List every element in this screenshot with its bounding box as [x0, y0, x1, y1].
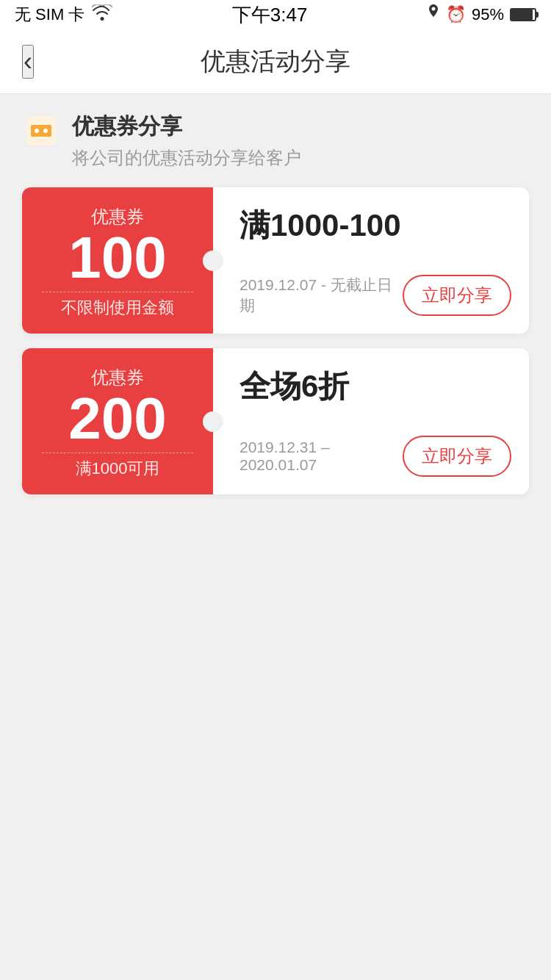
section-text: 优惠券分享 将公司的优惠活动分享给客户 [72, 112, 301, 170]
time-label: 下午3:47 [232, 2, 308, 28]
coupon-bottom-2: 2019.12.31 – 2020.01.07 立即分享 [240, 436, 511, 477]
coupon-name-1: 满1000-100 [240, 205, 511, 246]
share-button-1[interactable]: 立即分享 [403, 275, 511, 316]
status-left: 无 SIM 卡 [15, 4, 112, 26]
coupon-left-1: 优惠券 100 不限制使用金额 [22, 187, 213, 334]
section-subtitle: 将公司的优惠活动分享给客户 [72, 146, 301, 170]
coupon-card-2: 优惠券 200 满1000可用 全场6折 2019.12.31 – 2020.0… [22, 348, 529, 494]
share-button-2[interactable]: 立即分享 [403, 436, 511, 477]
empty-area [0, 516, 551, 884]
section-header: 优惠券分享 将公司的优惠活动分享给客户 [0, 94, 551, 181]
coupon-name-2: 全场6折 [240, 366, 511, 407]
nav-title: 优惠活动分享 [201, 45, 350, 79]
coupon-share-icon [22, 112, 60, 150]
nav-bar: ‹ 优惠活动分享 [0, 29, 551, 94]
battery-pct-label: 95% [472, 5, 504, 24]
carrier-label: 无 SIM 卡 [15, 4, 84, 26]
coupon-list: 优惠券 100 不限制使用金额 满1000-100 2019.12.07 - 无… [0, 181, 551, 516]
battery-icon [510, 8, 536, 21]
coupon-right-2: 全场6折 2019.12.31 – 2020.01.07 立即分享 [213, 348, 529, 494]
coupon-condition-2: 满1000可用 [76, 458, 160, 480]
coupon-left-2: 优惠券 200 满1000可用 [22, 348, 213, 494]
coupon-date-2: 2019.12.31 – 2020.01.07 [240, 439, 403, 474]
coupon-date-1: 2019.12.07 - 无截止日期 [240, 275, 403, 316]
svg-rect-4 [39, 129, 43, 132]
back-button[interactable]: ‹ [22, 45, 34, 79]
svg-point-2 [35, 129, 39, 133]
coupon-amount-1: 100 [68, 228, 166, 287]
wifi-icon [92, 4, 112, 25]
alarm-icon: ⏰ [446, 5, 466, 24]
section-title: 优惠券分享 [72, 112, 301, 142]
coupon-right-1: 满1000-100 2019.12.07 - 无截止日期 立即分享 [213, 187, 529, 334]
status-right: ⏰ 95% [427, 4, 536, 25]
coupon-condition-1: 不限制使用金额 [61, 297, 174, 319]
coupon-card: 优惠券 100 不限制使用金额 满1000-100 2019.12.07 - 无… [22, 187, 529, 334]
coupon-amount-2: 200 [68, 389, 166, 448]
svg-point-3 [43, 129, 48, 133]
status-bar: 无 SIM 卡 下午3:47 ⏰ 95% [0, 0, 551, 29]
location-icon [427, 4, 440, 25]
coupon-bottom-1: 2019.12.07 - 无截止日期 立即分享 [240, 275, 511, 316]
